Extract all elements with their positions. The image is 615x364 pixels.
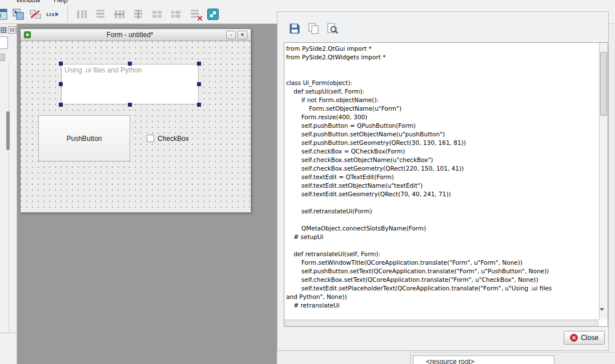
scroll-down-arrow-icon[interactable] (600, 311, 608, 319)
menubar: Window Help (0, 0, 240, 5)
form-canvas[interactable]: Using .ui files and Python PushButton Ch… (21, 41, 251, 212)
selection-handle[interactable] (59, 62, 63, 66)
layout-form-icon[interactable] (169, 7, 183, 21)
form-window-title: Form - untitled* (38, 31, 222, 39)
layout-grid-icon[interactable] (150, 7, 164, 21)
left-dock: ✕ (0, 24, 17, 364)
scroll-up-arrow-icon[interactable] (600, 43, 608, 51)
vertical-scrollbar[interactable] (599, 43, 608, 319)
toolbar-separator (67, 6, 68, 22)
selection-handle[interactable] (197, 62, 201, 66)
vertical-scrollbar-thumb[interactable] (600, 52, 607, 116)
red-x-mark (197, 15, 203, 21)
form-editor-window: Form - untitled* - ✕ Using .ui files and… (20, 29, 251, 213)
copy-icon[interactable] (307, 21, 320, 36)
resource-tree[interactable]: <resource root> (413, 355, 554, 364)
dock-section-divider (0, 333, 17, 333)
break-layout-icon[interactable] (188, 7, 202, 21)
selection-handle[interactable] (128, 103, 132, 107)
form-window-titlebar[interactable]: Form - untitled* - ✕ (21, 29, 251, 41)
layout-vertically-icon[interactable] (94, 7, 107, 21)
selection-handle[interactable] (197, 82, 201, 86)
save-icon[interactable] (288, 21, 302, 36)
menu-help[interactable]: Help (54, 0, 68, 4)
adjust-size-icon[interactable] (206, 7, 220, 21)
dock-float-button[interactable] (8, 26, 15, 34)
checkbox-widget[interactable]: CheckBox (147, 127, 204, 150)
pushbutton-widget[interactable]: PushButton (38, 115, 130, 161)
layout-horizontal-splitter-icon[interactable] (112, 7, 126, 21)
tab-order-badge: 123 (46, 12, 55, 17)
checkbox-indicator[interactable] (147, 135, 154, 142)
dialog-close-button[interactable]: Close (564, 331, 605, 345)
close-x-icon (570, 334, 578, 342)
dock-scrollbar-thumb[interactable] (6, 111, 10, 150)
generated-code[interactable]: from PySide2.QtGui import * from PySide2… (284, 43, 606, 319)
code-preview-dialog: from PySide2.QtGui import * from PySide2… (277, 11, 609, 351)
selection-handle[interactable] (59, 82, 63, 86)
layout-vertical-splitter-icon[interactable] (131, 7, 145, 21)
edit-tab-order-icon[interactable]: 123 (46, 7, 59, 21)
resource-browser-dock: <resource root> (410, 352, 615, 364)
form-preview-icon[interactable] (0, 7, 8, 21)
edit-buddies-icon[interactable] (29, 7, 42, 21)
code-view[interactable]: from PySide2.QtGui import * from PySide2… (284, 42, 608, 327)
horizontal-scrollbar[interactable] (284, 319, 599, 326)
dock-grid-icon (1, 27, 7, 33)
find-icon[interactable] (325, 21, 339, 36)
dock-item-icon (0, 54, 5, 61)
textedit-widget[interactable]: Using .ui files and Python (61, 64, 199, 104)
menu-window[interactable]: Window (16, 0, 41, 4)
form-close-button[interactable]: ✕ (238, 31, 247, 39)
selection-handle[interactable] (197, 103, 201, 107)
layout-horizontally-icon[interactable] (75, 7, 89, 21)
dock-filter-input[interactable] (0, 37, 8, 49)
designer-form-icon (24, 31, 31, 38)
checkbox-label: CheckBox (158, 135, 189, 143)
horizontal-scrollbar-thumb[interactable] (285, 321, 598, 326)
selection-handle[interactable] (59, 103, 63, 107)
edit-widgets-icon[interactable] (11, 7, 25, 21)
selection-handle[interactable] (128, 62, 132, 66)
dock-divider (9, 62, 9, 333)
resource-root-item[interactable]: <resource root> (426, 358, 475, 364)
close-button-label: Close (581, 334, 598, 342)
textedit-placeholder: Using .ui files and Python (65, 66, 142, 74)
mdi-area: Form - untitled* - ✕ Using .ui files and… (17, 24, 277, 364)
tab-order-arrow-icon (55, 12, 59, 17)
form-minimize-button[interactable]: - (226, 31, 236, 39)
